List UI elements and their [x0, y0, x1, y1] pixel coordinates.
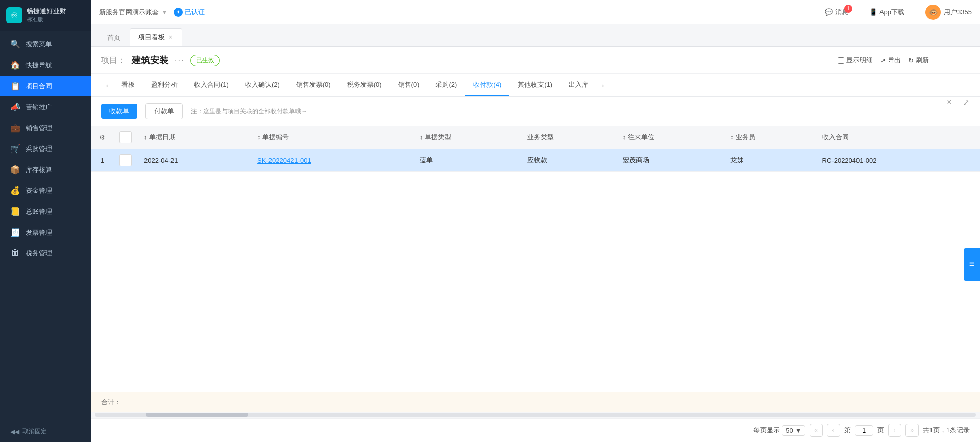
settings-icon[interactable]: ⚙ — [99, 134, 105, 141]
sidebar-item-项目合同[interactable]: 📋项目合同 — [0, 76, 91, 96]
sidebar: ♾ 畅捷通好业财 标准版 🔍搜索菜单🏠快捷导航📋项目合同📣营销推广💼销售管理🛒采… — [0, 0, 91, 442]
first-page-button[interactable]: « — [810, 424, 823, 437]
table-container: ⚙ ↕ 单据日期 ↕ 单据编号 ↕ 单据类型 — [91, 126, 980, 392]
sidebar-item-发票管理[interactable]: 🧾发票管理 — [0, 222, 91, 243]
nav-label-1: 快捷导航 — [26, 61, 52, 70]
sidebar-item-搜索菜单[interactable]: 🔍搜索菜单 — [0, 34, 91, 55]
scrollbar-thumb[interactable] — [146, 413, 248, 417]
project-name: 建筑安装 — [132, 54, 168, 66]
subtab-9[interactable]: 其他收支(1) — [509, 74, 560, 96]
collection-toggle-button[interactable]: 收款单 — [101, 104, 137, 119]
refresh-button[interactable]: ↻ 刷新 — [908, 56, 929, 65]
per-page-label: 每页显示 — [753, 426, 780, 435]
sidebar-item-销售管理[interactable]: 💼销售管理 — [0, 117, 91, 138]
row-contract: RC-20220401-002 — [816, 149, 980, 172]
payment-toggle-button[interactable]: 付款单 — [145, 103, 183, 119]
app-edition: 标准版 — [27, 16, 66, 23]
nav-label-4: 销售管理 — [26, 124, 52, 133]
horizontal-scrollbar[interactable] — [91, 412, 980, 418]
tab-close-icon[interactable]: × — [168, 34, 174, 41]
user-menu[interactable]: 🐵 用户3355 — [925, 5, 972, 20]
message-badge: 1 — [844, 5, 852, 13]
messages-button[interactable]: 💬 消息 1 — [825, 8, 848, 17]
tab-home[interactable]: 首页 — [99, 29, 129, 46]
more-options-button[interactable]: ··· — [175, 56, 184, 65]
row-biz-type: 应收款 — [521, 149, 617, 172]
float-right-button[interactable]: ≡ — [964, 248, 980, 281]
th-type[interactable]: ↕ 单据类型 — [413, 126, 521, 149]
th-partner[interactable]: ↕ 往来单位 — [617, 126, 724, 149]
page-end-label: 页 — [877, 426, 884, 435]
next-page-button[interactable]: › — [888, 424, 901, 437]
project-actions: 显示明细 ↗ 导出 ↻ 刷新 — [838, 56, 970, 65]
account-selector[interactable]: 新服务官网演示账套 ▼ — [99, 8, 167, 17]
sidebar-item-总账管理[interactable]: 📒总账管理 — [0, 201, 91, 222]
export-button[interactable]: ↗ 导出 — [880, 56, 901, 65]
subtab-0[interactable]: 看板 — [113, 74, 143, 96]
export-label: 导出 — [888, 56, 901, 65]
subtab-2[interactable]: 收入合同(1) — [186, 74, 237, 96]
close-window-button[interactable]: × — [943, 96, 955, 108]
th-salesperson[interactable]: ↕ 业务员 — [724, 126, 816, 149]
nav-label-3: 营销推广 — [26, 103, 52, 112]
subtab-5[interactable]: 税务发票(0) — [339, 74, 390, 96]
project-label: 项目： — [101, 55, 126, 66]
tab-project-board[interactable]: 项目看板 × — [130, 28, 182, 46]
subtab-6[interactable]: 销售(0) — [390, 74, 428, 96]
export-icon: ↗ — [880, 57, 886, 64]
subtab-7[interactable]: 采购(2) — [427, 74, 465, 96]
th-date[interactable]: ↕ 单据日期 — [138, 126, 251, 149]
last-page-button[interactable]: » — [905, 424, 919, 437]
page-size-selector: 每页显示 50 ▼ — [753, 425, 805, 436]
th-type-label: ↕ 单据类型 — [420, 133, 451, 141]
subtab-4[interactable]: 销售发票(0) — [288, 74, 339, 96]
project-board-tab-label: 项目看板 — [138, 33, 165, 42]
th-number[interactable]: ↕ 单据编号 — [251, 126, 413, 149]
total-row: 合计： — [91, 392, 980, 412]
divider2 — [915, 7, 915, 17]
maximize-window-button[interactable]: ⤢ — [960, 96, 972, 108]
sidebar-item-快捷导航[interactable]: 🏠快捷导航 — [0, 55, 91, 76]
row-number-link[interactable]: SK-20220421-001 — [257, 157, 311, 164]
sidebar-item-营销推广[interactable]: 📣营销推广 — [0, 96, 91, 117]
nav-icon-1: 🏠 — [10, 60, 20, 70]
show-detail-label: 显示明细 — [846, 56, 873, 65]
app-download-button[interactable]: 📱 App下载 — [869, 8, 904, 17]
prev-page-button[interactable]: ‹ — [827, 424, 840, 437]
subtab-prev-button[interactable]: ‹ — [101, 79, 113, 91]
page-number-input[interactable] — [855, 425, 873, 436]
float-right-icon: ≡ — [969, 259, 975, 269]
sidebar-item-资金管理[interactable]: 💰资金管理 — [0, 180, 91, 201]
nav-label-0: 搜索菜单 — [26, 40, 52, 49]
th-contract: 收入合同 — [816, 126, 980, 149]
row-checkbox-cell — [113, 149, 138, 172]
nav-label-8: 总账管理 — [26, 207, 52, 216]
user-label: 用户3355 — [944, 8, 972, 17]
subtab-10[interactable]: 出入库 — [560, 74, 597, 96]
subtab-1[interactable]: 盈利分析 — [143, 74, 186, 96]
sidebar-item-税务管理[interactable]: 🏛税务管理 — [0, 243, 91, 263]
sidebar-item-采购管理[interactable]: 🛒采购管理 — [0, 138, 91, 159]
nav-label-10: 税务管理 — [26, 249, 52, 258]
page-size-dropdown[interactable]: 50 ▼ — [782, 425, 805, 436]
pin-icon: ◀◀ — [10, 428, 19, 435]
show-detail-input[interactable] — [838, 57, 844, 64]
table-header-row: ⚙ ↕ 单据日期 ↕ 单据编号 ↕ 单据类型 — [91, 126, 980, 149]
show-detail-checkbox[interactable]: 显示明细 — [838, 56, 873, 65]
nav-label-9: 发票管理 — [26, 228, 52, 237]
page-content: × ⤢ 项目： 建筑安装 ··· 已生效 显示明细 ↗ 导出 ↻ 刷新 — [91, 47, 980, 442]
subtab-next-button[interactable]: › — [597, 79, 609, 91]
row-checkbox[interactable] — [119, 154, 132, 166]
window-controls: × ⤢ — [943, 96, 972, 108]
subtab-8[interactable]: 收付款(4) — [465, 74, 509, 96]
th-settings[interactable]: ⚙ — [91, 126, 113, 149]
th-biz-type: 业务类型 — [521, 126, 617, 149]
sidebar-nav: 🔍搜索菜单🏠快捷导航📋项目合同📣营销推广💼销售管理🛒采购管理📦库存核算💰资金管理… — [0, 31, 91, 421]
subtab-3[interactable]: 收入确认(2) — [237, 74, 288, 96]
scrollbar-track — [95, 413, 976, 417]
app-logo: ♾ — [6, 7, 22, 23]
sidebar-item-库存核算[interactable]: 📦库存核算 — [0, 159, 91, 180]
header-checkbox[interactable] — [119, 131, 132, 143]
app-download-label: App下载 — [879, 8, 904, 17]
sidebar-footer[interactable]: ◀◀ 取消固定 — [0, 421, 91, 442]
